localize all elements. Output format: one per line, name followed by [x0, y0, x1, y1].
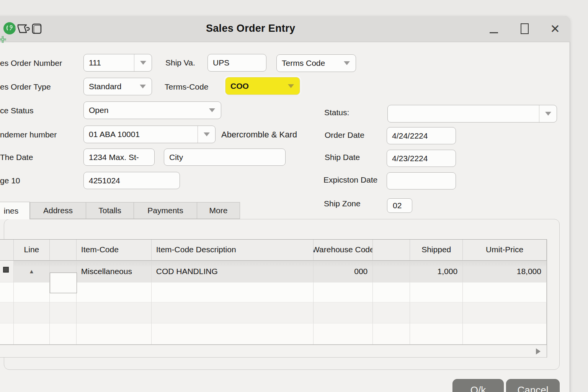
zip-field[interactable]: 4251024	[83, 172, 180, 189]
empty-cell[interactable]	[50, 323, 77, 345]
tab-label: Payments	[147, 206, 183, 215]
order-number-label: es Order Number	[0, 58, 62, 68]
ship-date-label: Ship Date	[325, 152, 360, 162]
ship-date-field[interactable]: 4/23/2224	[387, 150, 456, 167]
order-type-dropdown[interactable]: Standard	[83, 78, 152, 95]
empty-cell[interactable]	[314, 323, 373, 345]
chevron-down-icon[interactable]	[344, 61, 350, 65]
zip-label: ge 10	[0, 176, 20, 186]
empty-cell[interactable]	[463, 323, 547, 345]
empty-cell[interactable]	[410, 302, 463, 323]
city-field[interactable]: City	[164, 149, 286, 166]
expiration-date-field[interactable]	[387, 172, 456, 189]
empty-cell[interactable]	[373, 283, 410, 303]
order-number-combo[interactable]: 111	[83, 54, 152, 72]
tab-label: ines	[4, 206, 19, 216]
cancel-button[interactable]: Cancel	[506, 379, 560, 392]
empty-cell[interactable]	[152, 302, 314, 323]
city-value: City	[164, 153, 183, 162]
empty-cell[interactable]	[50, 302, 77, 323]
line-cell[interactable]: ▲	[14, 261, 50, 283]
unit-price-cell[interactable]: 18,000	[463, 261, 547, 283]
terms-code-highlighted-dropdown[interactable]: COO	[225, 77, 300, 95]
scroll-right-icon[interactable]	[536, 348, 541, 354]
chevron-down-icon[interactable]	[288, 84, 294, 88]
tab-address[interactable]: Address	[30, 202, 86, 219]
empty-cell[interactable]	[463, 283, 547, 303]
table-row[interactable]	[0, 323, 547, 345]
customer-name-text: Abercromble & Kard	[221, 130, 297, 140]
minimize-icon[interactable]	[490, 32, 498, 33]
ship-zone-field[interactable]: 02	[387, 198, 412, 213]
table-row[interactable]: ▲ Miscellaneous COD HANDLING 000 1,000 1…	[0, 261, 547, 283]
empty-cell[interactable]	[152, 283, 314, 303]
empty-cell[interactable]	[314, 283, 373, 303]
tab-lines[interactable]: ines	[0, 202, 30, 219]
terms-code-label: Terms-Code	[165, 82, 208, 92]
kettle-icon[interactable]	[17, 23, 30, 34]
col-header-line[interactable]: Line	[14, 240, 50, 260]
empty-cell[interactable]	[152, 323, 314, 345]
order-date-label: Order Date	[325, 130, 364, 140]
tab-payments[interactable]: Payments	[134, 202, 197, 219]
ship-via-field[interactable]: UPS	[207, 54, 266, 72]
chevron-down-icon[interactable]	[198, 126, 215, 143]
triangle-up-icon: ▲	[29, 268, 34, 274]
close-icon[interactable]: ✕	[550, 22, 560, 36]
col-header-unit-price[interactable]: Umit-Price	[463, 240, 547, 260]
empty-cell[interactable]	[463, 302, 547, 323]
order-type-value: Standard	[84, 82, 121, 91]
maximize-icon[interactable]	[521, 23, 529, 34]
tab-totals[interactable]: Totalls	[86, 202, 134, 219]
copy-icon[interactable]	[31, 23, 42, 34]
chevron-down-icon[interactable]	[209, 108, 215, 112]
tab-more[interactable]: More	[197, 202, 240, 219]
horizontal-scrollbar[interactable]	[0, 345, 547, 358]
blank-cell[interactable]	[373, 261, 410, 283]
status-dropdown[interactable]: Open	[83, 101, 221, 119]
ship-zone-label: Ship Zone	[324, 199, 361, 209]
col-header-shipped[interactable]: Shipped	[410, 240, 463, 260]
chevron-down-icon[interactable]	[134, 54, 152, 71]
col-header-item-code[interactable]: Item-Code	[77, 240, 152, 260]
empty-cell[interactable]	[410, 323, 463, 345]
row-selector-cell	[0, 302, 14, 323]
chevron-down-icon[interactable]	[140, 85, 146, 88]
shipped-cell[interactable]: 1,000	[410, 261, 463, 283]
street-value: 1234 Max. St-	[84, 153, 139, 162]
status-right-dropdown[interactable]	[387, 105, 557, 122]
street-field[interactable]: 1234 Max. St-	[83, 149, 155, 166]
empty-cell[interactable]	[14, 283, 50, 303]
focused-cell-outline[interactable]	[50, 273, 77, 293]
col-header-description[interactable]: Item-Code Description	[152, 240, 314, 260]
ship-zone-value: 02	[387, 201, 402, 210]
empty-cell[interactable]	[77, 323, 152, 345]
order-date-field[interactable]: 4/24/2224	[387, 127, 456, 144]
customer-number-combo[interactable]: 01 ABA 10001	[83, 126, 216, 143]
ok-button[interactable]: O/k	[452, 379, 504, 392]
empty-cell[interactable]	[314, 302, 373, 323]
empty-cell[interactable]	[373, 323, 410, 345]
warehouse-cell[interactable]: 000	[314, 261, 373, 283]
customer-number-label: ndemer humber	[0, 130, 57, 140]
tab-label: Totalls	[98, 206, 121, 215]
empty-cell[interactable]	[373, 302, 410, 323]
app-badge-icon[interactable]	[3, 22, 16, 35]
chevron-down-icon[interactable]	[539, 105, 557, 122]
empty-cell[interactable]	[77, 302, 152, 323]
row-selector-header	[0, 240, 14, 260]
terms-code-dropdown[interactable]: Terms Code	[276, 54, 356, 72]
table-row[interactable]	[0, 302, 547, 323]
ship-date-value: 4/23/2224	[387, 154, 428, 163]
status-open-value: Open	[84, 106, 108, 115]
empty-cell[interactable]	[410, 283, 463, 303]
col-header-warehouse[interactable]: Warehouse Code	[314, 240, 373, 260]
empty-cell[interactable]	[14, 323, 50, 345]
empty-cell[interactable]	[14, 302, 50, 323]
terms-dropdown-value: Terms Code	[277, 59, 325, 68]
table-row[interactable]	[0, 283, 547, 303]
empty-cell[interactable]	[77, 283, 152, 303]
description-cell[interactable]: COD HANDLING	[152, 261, 314, 283]
item-code-cell[interactable]: Miscellaneous	[77, 261, 152, 283]
expiration-date-label: Expicston Date	[323, 175, 377, 185]
